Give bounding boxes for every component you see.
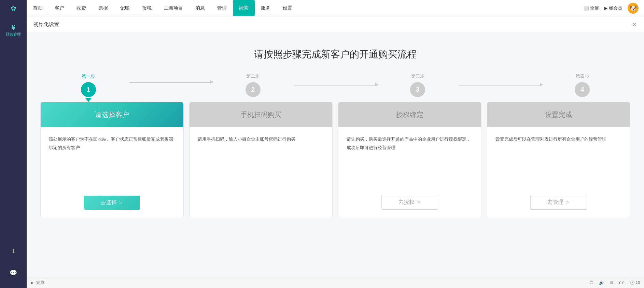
step-3-action-button[interactable]: 去授权 ＞ — [381, 195, 438, 210]
step-3-circle: 3 — [410, 82, 425, 97]
user-avatar[interactable]: 🐶 — [628, 3, 639, 14]
step-1-label: 第一步 — [82, 73, 95, 79]
play-icon: ▶ — [31, 280, 33, 285]
step-3-header: 第三步 3 — [377, 73, 459, 101]
step-1-header: 第一步 1 — [47, 73, 129, 102]
content-area: 请按照步骤完成新客户的开通购买流程 第一步 1 ▶ 第二步 2 — [27, 33, 644, 277]
card-1-header: 请选择客户 — [41, 102, 183, 127]
step-1-circle: 1 — [81, 82, 96, 97]
step-card-4: 设置完成 设置完成后可以在管理列表进行所有企业用户的经营管理 去管理 ＞ — [487, 102, 630, 218]
vip-btn[interactable]: ▶ 畅会员 — [604, 5, 622, 11]
step-1-pointer — [85, 98, 92, 102]
status-left: ▶ 完成 — [31, 280, 44, 286]
nav-business[interactable]: 工商项目 — [158, 0, 189, 16]
card-2-header: 手机扫码购买 — [190, 102, 332, 127]
nav-message[interactable]: 消息 — [189, 0, 211, 16]
nav-billing[interactable]: 收费 — [70, 0, 92, 16]
sidebar-item-label: 经营管理 — [6, 32, 21, 37]
card-3-header: 授权绑定 — [338, 102, 481, 127]
step-4-header: 第四步 4 — [541, 73, 624, 101]
page-header: 初始化设置 ✕ — [27, 16, 644, 33]
yuan-icon: ¥ — [8, 24, 19, 32]
volume-icon: 🔊 — [599, 280, 604, 285]
cards-row: 请选择客户 该处展示的客户为不在回收站、客户状态正常建账后完成老板端绑定的所有客… — [40, 102, 630, 218]
main-title: 请按照步骤完成新客户的开通购买流程 — [40, 48, 630, 61]
status-bar: ▶ 完成 🛡 🔊 🖥 0 0 🕐 10 — [27, 277, 644, 288]
step-2-label: 第二步 — [246, 73, 260, 79]
fullscreen-btn[interactable]: ⬜ 全屏 — [584, 5, 599, 11]
card-3-body: 请先购买，购买后选择开通的产品中的企业用户进行授权绑定，成功后即可进行经营管理 — [338, 127, 481, 189]
nav-service[interactable]: 服务 — [255, 0, 277, 16]
nav-items: 首页 客户 收费 票据 记账 报税 工商项目 消息 管理 经营 服务 设置 — [27, 0, 584, 16]
step-2-header: 第二步 2 — [212, 73, 294, 101]
logo-icon: ✿ — [11, 4, 16, 12]
shield-icon: 🛡 — [589, 280, 593, 285]
main-area: 初始化设置 ✕ 请按照步骤完成新客户的开通购买流程 第一步 1 ▶ 第二步 — [27, 16, 644, 288]
step-4-label: 第四步 — [576, 73, 589, 79]
sidebar-chat[interactable]: 💬 — [0, 262, 27, 284]
page-title: 初始化设置 — [33, 21, 59, 28]
screen-icon: 🖥 — [610, 280, 614, 285]
nav-operation[interactable]: 经营 — [233, 0, 255, 16]
close-button[interactable]: ✕ — [632, 21, 637, 28]
nav-invoice[interactable]: 票据 — [92, 0, 114, 16]
step-3-label: 第三步 — [411, 73, 424, 79]
nav-customer[interactable]: 客户 — [48, 0, 70, 16]
status-right: 🛡 🔊 🖥 0 0 🕐 10 — [589, 280, 640, 285]
steps-row: 第一步 1 ▶ 第二步 2 ▶ — [40, 73, 630, 102]
step-4-circle: 4 — [575, 82, 590, 97]
nav-right: ⬜ 全屏 ▶ 畅会员 🐶 — [584, 3, 644, 14]
card-2-body: 请用手机扫码，输入小微企业主账号密码进行购买 — [190, 127, 332, 204]
nav-tax[interactable]: 报税 — [136, 0, 158, 16]
card-4-header: 设置完成 — [487, 102, 630, 127]
nav-bookkeeping[interactable]: 记账 — [114, 0, 136, 16]
connector-2: ▶ — [294, 85, 376, 86]
chat-icon: 💬 — [10, 269, 17, 277]
sidebar-bottom: ⬇ 💬 — [0, 240, 27, 288]
sidebar-download[interactable]: ⬇ — [0, 240, 27, 262]
card-4-body: 设置完成后可以在管理列表进行所有企业用户的经营管理 — [487, 127, 630, 189]
card-1-footer: 去选择 ＞ — [41, 190, 183, 218]
step-2-circle: 2 — [246, 82, 261, 97]
connector-3: ▶ — [459, 85, 541, 86]
card-1-body: 该处展示的客户为不在回收站、客户状态正常建账后完成老板端绑定的所有客户 — [41, 127, 183, 190]
status-text: 完成 — [36, 280, 44, 286]
top-nav: ✿ 首页 客户 收费 票据 记账 报税 工商项目 消息 管理 经营 服务 设置 … — [0, 0, 644, 16]
nav-settings[interactable]: 设置 — [277, 0, 298, 16]
nav-manage[interactable]: 管理 — [211, 0, 233, 16]
step-card-1: 请选择客户 该处展示的客户为不在回收站、客户状态正常建账后完成老板端绑定的所有客… — [40, 102, 184, 218]
sidebar-item-operation[interactable]: ¥ 经营管理 — [0, 19, 27, 41]
card-3-footer: 去授权 ＞ — [338, 189, 481, 218]
download-icon: ⬇ — [11, 247, 16, 255]
card-4-footer: 去管理 ＞ — [487, 189, 630, 218]
step-card-2: 手机扫码购买 请用手机扫码，输入小微企业主账号密码进行购买 — [189, 102, 333, 218]
signal-icon: 0 0 — [619, 281, 624, 285]
step-card-3: 授权绑定 请先购买，购买后选择开通的产品中的企业用户进行授权绑定，成功后即可进行… — [338, 102, 481, 218]
step-1-action-button[interactable]: 去选择 ＞ — [84, 196, 140, 210]
logo[interactable]: ✿ — [0, 0, 27, 16]
sidebar: ¥ 经营管理 ⬇ 💬 — [0, 16, 27, 288]
time-icon: 🕐 10 — [630, 280, 640, 285]
step-4-action-button[interactable]: 去管理 ＞ — [530, 195, 587, 210]
connector-1: ▶ — [129, 82, 212, 83]
nav-home[interactable]: 首页 — [27, 0, 48, 16]
card-2-footer — [190, 204, 332, 218]
